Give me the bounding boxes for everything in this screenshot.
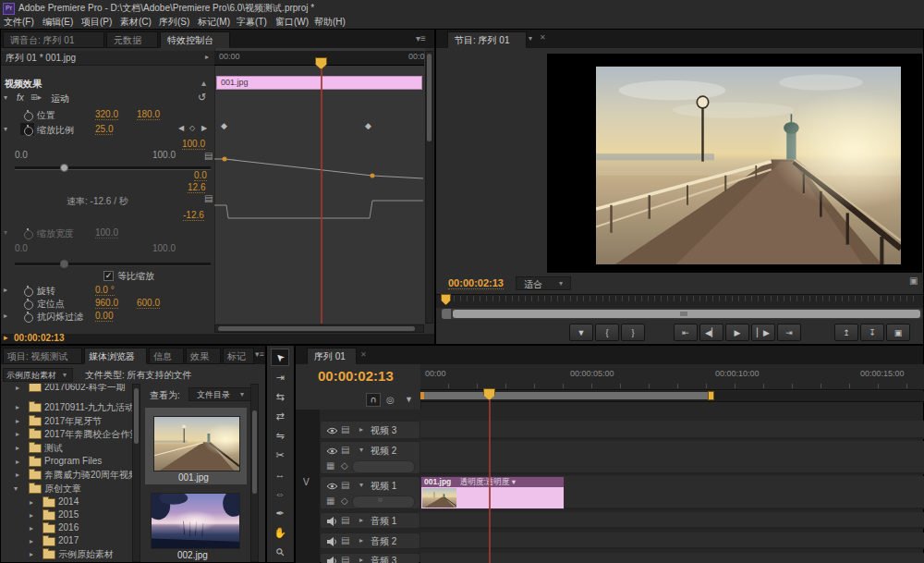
position-x-value[interactable]: 320.0 [95, 109, 118, 120]
encore-chapter-marker-icon[interactable]: ◎ [386, 395, 395, 405]
speaker-icon[interactable] [327, 537, 337, 546]
menu-title[interactable]: 字幕(T) [237, 16, 267, 29]
selection-tool[interactable]: ➤ [271, 349, 289, 366]
keyframe-display-icon[interactable]: ◇ [341, 496, 348, 506]
expand-arrow-icon[interactable]: ▸ [16, 471, 19, 479]
lane-audio-1[interactable] [420, 512, 924, 529]
track-header-audio-3[interactable]: ▤ ▸ 音频 3 [320, 553, 420, 563]
motion-label[interactable]: 运动 [51, 92, 69, 105]
ec-clip-bar[interactable]: 001.jpg [216, 76, 422, 90]
track-name[interactable]: 视频 3 [371, 424, 396, 437]
position-y-value[interactable]: 180.0 [137, 109, 160, 120]
program-timecode[interactable]: 00:00:02:13 [448, 277, 504, 289]
program-tab-close-icon[interactable]: ✕ [540, 33, 546, 42]
scale-expand-icon[interactable]: ▾ [4, 125, 7, 133]
mark-in-button[interactable]: { [595, 324, 619, 341]
work-area-start-handle[interactable] [420, 392, 424, 399]
eye-icon[interactable] [326, 483, 338, 490]
project-panel-menu-icon[interactable]: ▾≡ [255, 349, 264, 359]
keyframe-dot-icon[interactable]: ○ [378, 496, 383, 504]
tab-info[interactable]: 信息 [149, 348, 184, 364]
thumbs-scrollbar[interactable] [250, 384, 259, 562]
expand-arrow-icon[interactable]: ▸ [30, 524, 33, 532]
lane-video-2[interactable] [420, 441, 924, 474]
rotation-collapse-icon[interactable]: ▸ [4, 286, 7, 294]
motion-expand-icon[interactable]: ▾ [4, 93, 7, 102]
extract-button[interactable]: ↧ [860, 324, 884, 341]
fx-badge-icon[interactable]: fx [17, 92, 24, 103]
position-stopwatch-icon[interactable] [24, 112, 33, 121]
program-zoom-scrollbar[interactable] [442, 309, 922, 319]
track-select-tool[interactable]: ⇥ [271, 369, 289, 386]
expand-arrow-icon[interactable]: ▸ [30, 550, 33, 558]
expand-arrow-icon[interactable]: ▸ [16, 430, 19, 438]
rolling-edit-tool[interactable]: ⇄ [271, 408, 289, 424]
ec-playhead-line[interactable] [321, 65, 322, 324]
next-keyframe-icon[interactable]: ▶ [201, 124, 207, 132]
frame-view-icon[interactable]: ▦ [326, 496, 334, 506]
velocity-graph-toggle-icon[interactable]: ▤ [204, 193, 213, 203]
track-header-audio-1[interactable]: ▤ ▸ 音频 1 [320, 512, 420, 529]
track-name[interactable]: 视频 1 [371, 480, 396, 493]
view-as-dropdown[interactable]: 文件目录 ▾ [188, 387, 251, 401]
menu-sequence[interactable]: 序列(S) [159, 16, 189, 29]
lane-video-3[interactable] [420, 421, 924, 439]
menu-project[interactable]: 项目(P) [81, 16, 112, 29]
mark-out-button[interactable]: } [621, 324, 645, 341]
track-expand-icon[interactable]: ▾ [359, 481, 363, 489]
ec-v-scrollbar[interactable] [425, 51, 433, 324]
lane-audio-2[interactable] [420, 532, 924, 549]
tab-media-browser[interactable]: 媒体浏览器 [84, 348, 147, 364]
sync-lock-icon[interactable]: ▤ [341, 424, 349, 434]
scale-value[interactable]: 25.0 [95, 124, 113, 135]
sync-lock-icon[interactable]: ▤ [341, 555, 349, 563]
frame-view-icon[interactable]: ▦ [326, 460, 334, 471]
work-area-bar[interactable] [420, 392, 713, 399]
go-to-out-button[interactable]: ⇥ [777, 324, 801, 341]
scale-slider-handle[interactable] [60, 164, 68, 172]
tree-scrollbar[interactable] [132, 384, 140, 562]
track-name[interactable]: 音频 3 [371, 555, 396, 563]
track-header-video-2[interactable]: ▤ ▾ 视频 2 ▦ ◇ [320, 441, 420, 474]
rate-stretch-tool[interactable]: ⇋ [271, 427, 289, 444]
set-marker-icon[interactable]: ▼ [405, 395, 413, 404]
speaker-icon[interactable] [327, 517, 337, 526]
track-name[interactable]: 视频 2 [371, 445, 396, 458]
speaker-icon[interactable] [327, 557, 337, 563]
clip-title-bar[interactable]: 001.jpg 透明度:透明度 ▾ [421, 477, 564, 487]
motion-reset-icon[interactable]: ↺ [198, 92, 206, 104]
dual-view-icon[interactable]: ▣ [909, 275, 918, 286]
sync-lock-icon[interactable]: ▤ [341, 480, 349, 490]
expand-arrow-icon[interactable]: ▸ [16, 444, 19, 452]
work-area-end-handle[interactable] [708, 391, 714, 400]
tab-project[interactable]: 项目: 视频测试 [3, 348, 82, 364]
sync-lock-icon[interactable]: ▤ [341, 515, 349, 525]
thumbnail-001-label[interactable]: 001.jpg [178, 472, 209, 483]
track-opacity-pill[interactable] [352, 460, 415, 473]
value-graph-toggle-icon[interactable]: ▤ [204, 151, 213, 161]
thumbnail-002[interactable] [151, 493, 240, 549]
track-expand-icon[interactable]: ▾ [359, 446, 363, 454]
timeline-ruler[interactable]: 00:00 00:00:05:00 00:00:10:00 00:00:15:0… [420, 364, 924, 390]
keyframe-display-icon[interactable]: ◇ [341, 460, 348, 471]
track-header-video-3[interactable]: ▤ ▸ 视频 3 [320, 421, 420, 439]
uniform-scale-checkbox[interactable]: ✓ [103, 271, 114, 281]
expand-arrow-icon[interactable]: ▾ [14, 484, 18, 493]
slip-tool[interactable]: ↔ [271, 466, 289, 483]
lane-audio-3[interactable] [420, 553, 924, 563]
ec-value-velocity-graph[interactable] [214, 120, 423, 222]
anchor-x-value[interactable]: 960.0 [95, 298, 118, 309]
ripple-edit-tool[interactable]: ⇆ [271, 388, 289, 405]
rotation-value[interactable]: 0.0 ° [95, 285, 115, 296]
slide-tool[interactable]: ⇔ [271, 485, 289, 502]
menu-edit[interactable]: 编辑(E) [43, 16, 73, 29]
ec-clip-line-arrow-icon[interactable]: ▸ [205, 53, 209, 61]
step-forward-button[interactable]: ▏▶ [751, 324, 775, 341]
track-collapse-icon[interactable]: ▸ [359, 425, 363, 434]
tab-markers[interactable]: 标记 [223, 348, 254, 364]
program-mini-timeline[interactable] [436, 294, 923, 308]
timeline-tab-close-icon[interactable]: ✕ [360, 350, 367, 359]
scale-stopwatch-icon[interactable] [24, 127, 33, 136]
prev-keyframe-icon[interactable]: ◀ [178, 124, 184, 132]
scale-slider[interactable] [15, 166, 211, 170]
